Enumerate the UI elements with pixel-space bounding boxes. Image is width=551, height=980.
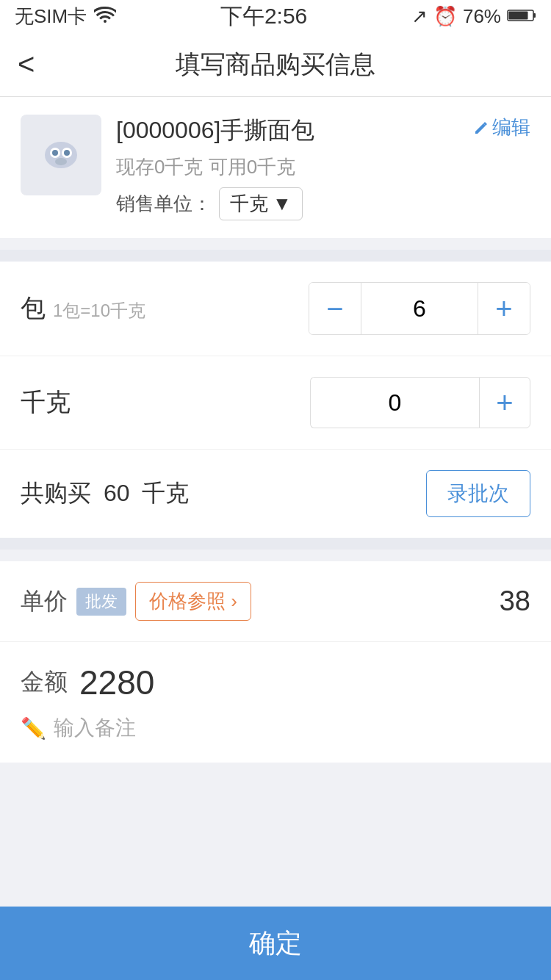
battery-icon	[507, 5, 536, 28]
note-text: 输入备注	[54, 714, 136, 742]
bag-plus-button[interactable]: +	[478, 283, 530, 334]
bag-input[interactable]	[361, 283, 478, 334]
bag-label: 包1包=10千克	[21, 292, 309, 325]
product-thumbnail	[21, 115, 101, 195]
bag-input-row: 包1包=10千克 − +	[0, 262, 551, 356]
svg-point-7	[64, 150, 70, 156]
price-ref-button[interactable]: 价格参照 ›	[135, 582, 251, 621]
amount-row: 金额 2280	[21, 663, 530, 702]
kg-input[interactable]	[310, 377, 479, 428]
svg-point-6	[52, 150, 58, 156]
svg-rect-2	[508, 11, 527, 19]
price-label: 单价	[21, 586, 68, 618]
product-stock: 现存0千克 可用0千克	[116, 154, 530, 180]
product-info: [0000006]手撕面包 编辑 现存0千克 可用0千克 销售单位： 千克 ▼	[116, 115, 530, 220]
edit-button[interactable]: 编辑	[473, 115, 530, 140]
batch-button[interactable]: 录批次	[426, 470, 530, 517]
battery-text: 76%	[463, 5, 501, 28]
price-section: 单价 批发 价格参照 › 38 金额 2280 ✏️ 输入备注	[0, 561, 551, 763]
kg-input-group: +	[310, 377, 530, 428]
bag-stepper: − +	[309, 282, 530, 335]
kg-input-row: 千克 +	[0, 356, 551, 450]
bag-minus-button[interactable]: −	[309, 283, 361, 334]
amount-section: 金额 2280 ✏️ 输入备注	[0, 642, 551, 763]
nav-bar: < 填写商品购买信息	[0, 32, 551, 97]
summary-text: 共购买 60 千克	[21, 478, 189, 510]
amount-value: 2280	[79, 663, 154, 702]
price-row: 单价 批发 价格参照 › 38	[0, 561, 551, 642]
location-icon: ↗	[411, 5, 428, 28]
price-tag: 批发	[76, 588, 126, 616]
kg-label: 千克	[21, 386, 310, 419]
confirm-button[interactable]: 确定	[0, 907, 551, 980]
note-icon: ✏️	[21, 716, 46, 741]
amount-label: 金额	[21, 666, 68, 699]
product-name: [0000006]手撕面包	[116, 115, 314, 147]
svg-point-8	[55, 158, 67, 165]
status-bar: 无SIM卡 下午2:56 ↗ ⏰ 76%	[0, 0, 551, 32]
kg-plus-button[interactable]: +	[479, 377, 530, 428]
status-time: 下午2:56	[220, 1, 307, 32]
product-card: [0000006]手撕面包 编辑 现存0千克 可用0千克 销售单位： 千克 ▼	[0, 97, 551, 238]
bottom-spacer	[0, 763, 551, 836]
divider-2	[0, 538, 551, 550]
page-title: 填写商品购买信息	[176, 48, 375, 82]
note-row[interactable]: ✏️ 输入备注	[21, 714, 530, 742]
alarm-icon: ⏰	[433, 5, 457, 28]
price-value: 38	[500, 586, 530, 617]
svg-rect-1	[533, 13, 536, 18]
status-left: 无SIM卡	[15, 4, 116, 29]
back-button[interactable]: <	[18, 48, 35, 81]
carrier-text: 无SIM卡	[15, 4, 87, 29]
wifi-icon	[94, 5, 116, 28]
divider-1	[0, 250, 551, 262]
summary-row: 共购买 60 千克 录批次	[0, 450, 551, 538]
input-section: 包1包=10千克 − + 千克 +	[0, 262, 551, 450]
status-right: ↗ ⏰ 76%	[411, 5, 536, 28]
product-unit: 销售单位： 千克 ▼	[116, 187, 530, 220]
unit-select[interactable]: 千克 ▼	[219, 187, 303, 220]
